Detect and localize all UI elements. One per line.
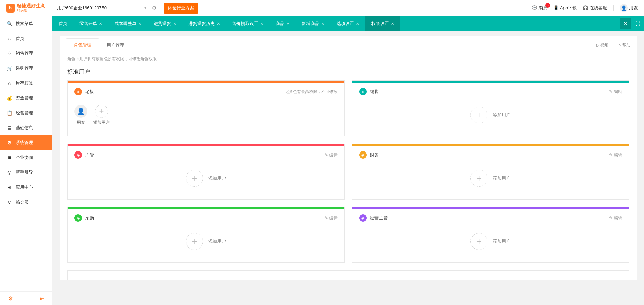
help-link[interactable]: ? 帮助	[619, 42, 630, 48]
card-header: ◈采购✎编辑	[68, 209, 344, 225]
tab-bar: 首页零售开单✕成本调整单✕进货退货✕进货退货历史✕售价提取设置✕商品✕新增商品✕…	[52, 16, 644, 31]
add-user-button[interactable]: +添加用户	[470, 170, 510, 187]
sidebar-item-5[interactable]: 💰资金管理	[0, 91, 52, 105]
add-user-button[interactable]: +添加用户	[186, 233, 226, 250]
role-icon: ◈	[359, 88, 367, 95]
add-user-button[interactable]: +添加用户	[93, 105, 110, 125]
collapse-icon[interactable]: ⇤	[40, 295, 44, 302]
sidebar-icon: 🛒	[7, 66, 12, 71]
close-icon[interactable]: ✕	[217, 22, 220, 26]
role-name: 财务	[370, 152, 379, 158]
tab-5[interactable]: 售价提取设置✕	[226, 16, 270, 31]
fullscreen-icon[interactable]: ⛶	[635, 21, 640, 26]
close-icon[interactable]: ✕	[356, 22, 359, 26]
user-item[interactable]: 👤用友	[74, 105, 87, 125]
close-icon[interactable]: ✕	[99, 22, 102, 26]
close-icon[interactable]: ✕	[138, 22, 141, 26]
tab-7[interactable]: 新增商品✕	[296, 16, 330, 31]
avatar-icon: 👤	[74, 105, 87, 118]
sidebar-item-label: 库存核算	[16, 80, 33, 86]
settings-icon[interactable]: ⚙	[8, 295, 13, 302]
role-card-partial	[67, 270, 629, 280]
app-download-link[interactable]: 📱 App下载	[553, 5, 577, 11]
support-link[interactable]: 🎧 在线客服	[583, 5, 607, 11]
plus-icon: +	[95, 105, 108, 118]
role-card-teal: ◈销售✎编辑+添加用户	[352, 80, 629, 136]
messages-link[interactable]: 💬 消息 5	[532, 5, 547, 11]
sidebar-item-label: 新手引导	[16, 169, 33, 175]
sidebar-icon: ▣	[7, 155, 12, 160]
sidebar-item-8[interactable]: ⚙系统管理	[0, 135, 52, 150]
sidebar-item-10[interactable]: ◎新手引导	[0, 165, 52, 180]
close-tabs-button[interactable]: ✕	[620, 18, 631, 29]
tab-1[interactable]: 零售开单✕	[73, 16, 108, 31]
sidebar-item-label: 首页	[16, 36, 24, 42]
logo-subtitle: 精易版	[17, 8, 45, 13]
add-user-button[interactable]: +添加用户	[470, 233, 510, 250]
tab-4[interactable]: 进货退货历史✕	[182, 16, 226, 31]
sidebar-item-label: 资金管理	[16, 95, 33, 101]
tab-3[interactable]: 进货退货✕	[147, 16, 182, 31]
plus-icon: +	[470, 107, 487, 123]
edit-icon: ✎	[609, 89, 613, 94]
logo-text: 畅捷通好生意	[17, 3, 45, 8]
sidebar-icon: ⌂	[7, 36, 12, 41]
video-link[interactable]: ▷ 视频	[596, 42, 608, 48]
add-user-button[interactable]: +添加用户	[470, 107, 510, 123]
edit-button[interactable]: ✎编辑	[325, 152, 338, 158]
close-icon[interactable]: ✕	[286, 22, 290, 26]
edit-icon: ✎	[609, 152, 613, 157]
sidebar-item-11[interactable]: ⊞应用中心	[0, 180, 52, 195]
role-name: 经营主管	[370, 215, 388, 221]
settings-icon[interactable]: ⚙	[152, 5, 156, 11]
top-bar: b 畅捷通好生意 精易版 用户690企业1660120750 ▼ ⚙ 体验行业方…	[0, 0, 644, 16]
sidebar-item-label: 采购管理	[16, 65, 33, 71]
tab-user-management[interactable]: 用户管理	[99, 39, 132, 52]
sidebar-item-label: 系统管理	[16, 140, 33, 146]
card-header: ◈销售✎编辑	[352, 83, 629, 99]
user-menu[interactable]: 👤 用友	[620, 4, 638, 12]
role-icon: ◈	[74, 214, 82, 222]
role-icon: ◈	[74, 88, 82, 95]
sidebar-item-3[interactable]: 🛒采购管理	[0, 61, 52, 76]
close-icon[interactable]: ✕	[321, 22, 324, 26]
plus-icon: +	[186, 170, 203, 187]
sidebar-item-12[interactable]: V畅会员	[0, 195, 52, 210]
sidebar-icon: ◎	[7, 170, 12, 175]
sidebar-item-label: 销售管理	[16, 50, 33, 56]
close-icon[interactable]: ✕	[391, 22, 394, 26]
role-note: 此角色有最高权限，不可修改	[285, 89, 338, 95]
message-badge: 5	[545, 3, 550, 8]
tab-8[interactable]: 选项设置✕	[330, 16, 365, 31]
edit-button[interactable]: ✎编辑	[609, 89, 622, 95]
add-user-button[interactable]: +添加用户	[186, 170, 226, 187]
tab-0[interactable]: 首页	[52, 16, 73, 31]
sidebar-item-0[interactable]: 🔍搜索菜单	[0, 16, 52, 31]
sidebar-icon: 🔍	[7, 21, 12, 26]
sidebar-item-7[interactable]: ▤基础信息	[0, 120, 52, 135]
tab-9[interactable]: 权限设置✕	[365, 16, 400, 31]
sidebar-item-label: 搜索菜单	[16, 21, 33, 27]
edit-button[interactable]: ✎编辑	[609, 215, 622, 221]
role-card-yellow: ◈财务✎编辑+添加用户	[352, 144, 629, 200]
sidebar-item-2[interactable]: ♢销售管理	[0, 46, 52, 61]
sidebar-item-1[interactable]: ⌂首页	[0, 31, 52, 46]
edit-button[interactable]: ✎编辑	[325, 215, 338, 221]
card-header: ◈老板此角色有最高权限，不可修改	[68, 83, 344, 99]
role-name: 库管	[85, 152, 94, 158]
chevron-down-icon: ▼	[144, 6, 147, 10]
message-icon: 💬	[532, 5, 537, 10]
tab-6[interactable]: 商品✕	[270, 16, 296, 31]
tenant-select[interactable]: 用户690企业1660120750 ▼	[57, 5, 147, 11]
tab-2[interactable]: 成本调整单✕	[108, 16, 147, 31]
sidebar-item-9[interactable]: ▣企业协同	[0, 150, 52, 165]
close-icon[interactable]: ✕	[260, 22, 263, 26]
tab-role-management[interactable]: 角色管理	[66, 38, 99, 52]
sidebar-item-4[interactable]: ⌂库存核算	[0, 76, 52, 91]
experience-button[interactable]: 体验行业方案	[164, 3, 198, 14]
close-icon[interactable]: ✕	[173, 22, 176, 26]
edit-button[interactable]: ✎编辑	[609, 152, 622, 158]
card-header: ◈财务✎编辑	[352, 146, 629, 162]
sidebar-item-6[interactable]: 📋经营管理	[0, 105, 52, 120]
logo-icon: b	[6, 4, 15, 13]
